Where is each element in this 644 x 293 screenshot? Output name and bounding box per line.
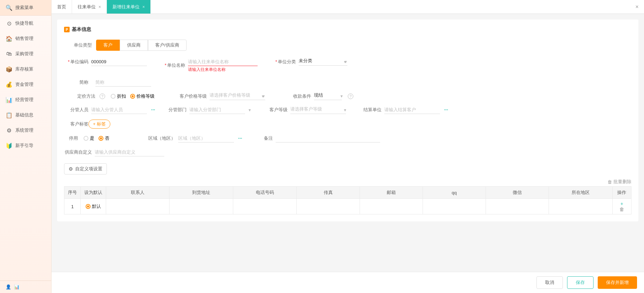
abbr-input[interactable] xyxy=(95,78,151,87)
sidebar-item-purchase[interactable]: 🛍 采购管理 xyxy=(0,46,51,62)
table-row: 1 默认 xyxy=(64,199,631,214)
qq-input[interactable] xyxy=(426,204,482,209)
abbr-label: 简称 xyxy=(64,79,88,86)
search-icon: 🔍 xyxy=(6,4,13,11)
cell-phone[interactable] xyxy=(233,199,297,214)
pricing-discount-option[interactable]: 折扣 xyxy=(111,93,126,99)
customer-level-placeholder[interactable]: 请选择客户等级 xyxy=(290,106,346,114)
tab-new-partner-label: 新增往来单位 xyxy=(112,4,140,10)
payment-terms-value[interactable]: 现结 xyxy=(314,92,342,100)
supplier-custom-input[interactable] xyxy=(95,148,164,156)
sidebar-item-operations-label: 经营管理 xyxy=(15,97,33,103)
tab-new-partner[interactable]: 新增往来单位 × xyxy=(107,0,151,14)
contact-table: 序号 设为默认 联系人 到货地址 电话号码 传真 邮箱 qq 微信 所在地区 操… xyxy=(64,186,631,214)
pricing-help-icon[interactable]: ? xyxy=(100,93,105,99)
save-button[interactable]: 保存 xyxy=(567,276,594,289)
contact-input[interactable] xyxy=(110,204,166,209)
unit-code-input[interactable] xyxy=(91,58,147,66)
col-wechat: 微信 xyxy=(486,187,549,199)
cell-contact[interactable] xyxy=(106,199,170,214)
settlement-input[interactable] xyxy=(384,106,440,114)
type-btn-supplier[interactable]: 供应商 xyxy=(120,40,148,51)
unit-category-select-wrapper: 未分类 xyxy=(299,58,347,66)
abbr-row: 简称 xyxy=(64,78,631,87)
sidebar-item-basic-info[interactable]: 📋 基础信息 xyxy=(0,107,51,123)
cell-wechat[interactable] xyxy=(486,199,549,214)
email-input[interactable] xyxy=(363,204,419,209)
col-action: 操作 xyxy=(612,187,631,199)
sidebar-item-system-label: 系统管理 xyxy=(15,127,33,133)
basic-info-card: P 基本信息 单位类型 客户 供应商 客户/供应商 *单位编码 xyxy=(57,19,638,221)
tab-home[interactable]: 首页 xyxy=(52,0,72,14)
type-btn-customer[interactable]: 客户 xyxy=(96,40,120,51)
tab-partners-close[interactable]: × xyxy=(99,5,101,9)
cell-address[interactable] xyxy=(169,199,233,214)
region-label: 区域（地区） xyxy=(148,135,175,141)
batch-delete-button[interactable]: 🗑 批量删除 xyxy=(607,179,631,185)
window-close-button[interactable]: × xyxy=(630,0,644,14)
delete-row-button[interactable]: 🗑 xyxy=(619,206,624,212)
payment-help-icon[interactable]: ? xyxy=(348,93,353,99)
department-input[interactable] xyxy=(189,106,245,114)
pricing-level-radio xyxy=(130,94,135,99)
unit-name-input[interactable] xyxy=(188,58,258,66)
save-and-new-button[interactable]: 保存并新增 xyxy=(598,276,637,289)
disable-yes-label: 是 xyxy=(90,135,94,141)
guide-icon: 🔰 xyxy=(6,142,13,149)
manager-label: 分管人员 xyxy=(64,107,88,113)
settlement-more-btn[interactable]: ··· xyxy=(444,107,448,113)
address-input[interactable] xyxy=(173,204,229,209)
tab-new-partner-close[interactable]: × xyxy=(142,5,145,9)
unit-category-value[interactable]: 未分类 xyxy=(299,58,347,66)
system-icon: ⚙ xyxy=(6,127,13,134)
pricing-level-option[interactable]: 价格等级 xyxy=(130,93,155,99)
batch-delete-label: 批量删除 xyxy=(613,179,631,185)
sidebar-item-quick-nav[interactable]: ⊙ 快捷导航 xyxy=(0,16,51,31)
pricing-level-label: 价格等级 xyxy=(136,93,155,99)
sidebar-item-search[interactable]: 🔍 搜索菜单 xyxy=(0,0,51,16)
sidebar-item-system[interactable]: ⚙ 系统管理 xyxy=(0,123,51,138)
phone-input[interactable] xyxy=(237,204,293,209)
remark-input[interactable] xyxy=(276,134,380,143)
supplier-custom-label: 供应商自定义 xyxy=(64,149,92,155)
region-input[interactable] xyxy=(178,134,234,143)
cell-seq: 1 xyxy=(64,199,81,214)
fax-input[interactable] xyxy=(300,204,356,209)
manager-input[interactable] xyxy=(91,106,147,114)
col-fax: 传真 xyxy=(297,187,360,199)
sidebar-item-sales[interactable]: 🏠 销售管理 xyxy=(0,31,51,46)
cell-fax[interactable] xyxy=(297,199,360,214)
type-btn-both[interactable]: 客户/供应商 xyxy=(148,40,187,51)
col-seq: 序号 xyxy=(64,187,81,199)
sidebar-item-inventory[interactable]: 📦 库存核算 xyxy=(0,62,51,77)
customer-price-placeholder[interactable]: 请选择客户价格等级 xyxy=(210,92,265,100)
tab-bar: 首页 往来单位 × 新增往来单位 × × xyxy=(52,0,644,14)
type-button-group: 客户 供应商 客户/供应商 xyxy=(96,40,187,51)
default-radio-option[interactable]: 默认 xyxy=(86,203,101,210)
disable-yes-option[interactable]: 是 xyxy=(84,135,94,141)
tab-partners[interactable]: 往来单位 × xyxy=(72,0,107,14)
cell-email[interactable] xyxy=(360,199,423,214)
cancel-button[interactable]: 取消 xyxy=(536,276,563,289)
sidebar-item-purchase-label: 采购管理 xyxy=(15,51,33,57)
disable-no-option[interactable]: 否 xyxy=(99,135,109,141)
wechat-input[interactable] xyxy=(489,204,545,209)
region-more-btn[interactable]: ··· xyxy=(238,136,242,141)
tag-row: 客户标签 + 标签 xyxy=(64,120,631,129)
settings-btn-label: 自定义项设置 xyxy=(75,166,102,172)
disable-yes-radio xyxy=(84,136,88,141)
sidebar-item-operations[interactable]: 📊 经营管理 xyxy=(0,92,51,107)
main-area: 首页 往来单位 × 新增往来单位 × × P 基本信息 单位类型 客户 供应 xyxy=(52,0,644,293)
department-field: 分管部门 ▾ xyxy=(166,106,256,114)
custom-settings-button[interactable]: ⚙ 自定义项设置 xyxy=(64,163,107,174)
sidebar-item-guide[interactable]: 🔰 新手引导 xyxy=(0,138,51,153)
manager-more-btn[interactable]: ··· xyxy=(151,107,155,113)
settings-gear-icon: ⚙ xyxy=(69,166,73,172)
cell-region[interactable] xyxy=(549,199,612,214)
cell-qq[interactable] xyxy=(423,199,486,214)
table-region-input[interactable] xyxy=(552,204,609,209)
sidebar-item-finance[interactable]: 💰 资金管理 xyxy=(0,77,51,92)
add-row-button[interactable]: + xyxy=(620,201,623,206)
add-tag-button[interactable]: + 标签 xyxy=(88,120,110,129)
sidebar-item-finance-label: 资金管理 xyxy=(15,81,33,88)
